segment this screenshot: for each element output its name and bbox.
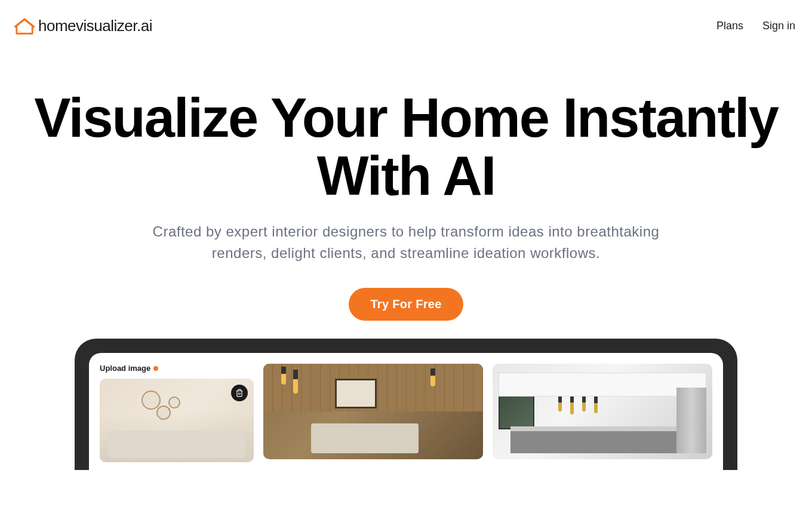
logo-text: homevisualizer.ai: [38, 17, 152, 35]
results-grid: [263, 364, 712, 470]
upload-label-text: Upload image: [100, 364, 150, 373]
brand-logo[interactable]: homevisualizer.ai: [14, 17, 152, 35]
decor-light: [281, 367, 286, 385]
decor-light: [430, 368, 435, 386]
decor-couch: [109, 431, 245, 457]
house-icon: [14, 17, 35, 35]
hero-section: Visualize Your Home Instantly With AI Cr…: [0, 35, 812, 470]
decor-light: [293, 370, 298, 394]
decor-light: [570, 397, 574, 414]
delete-upload-button[interactable]: [231, 385, 248, 401]
hero-title: Visualize Your Home Instantly With AI: [24, 89, 788, 204]
decor-island: [510, 426, 694, 453]
try-free-button[interactable]: Try For Free: [349, 288, 463, 321]
trash-icon: [235, 389, 244, 397]
upload-label-row: Upload image: [100, 364, 254, 373]
upload-panel: Upload image: [100, 364, 254, 470]
decor-light: [558, 397, 562, 411]
decor-light: [594, 397, 598, 413]
required-dot-icon: [153, 366, 158, 371]
decor-bed: [311, 423, 419, 453]
decor-mirror: [168, 397, 180, 408]
nav-plans[interactable]: Plans: [716, 20, 743, 32]
decor-fridge: [676, 388, 706, 453]
decor-artwork: [335, 379, 377, 408]
nav-signin[interactable]: Sign in: [762, 20, 795, 32]
uploaded-image-preview[interactable]: [100, 379, 254, 462]
decor-light: [582, 397, 586, 411]
result-image[interactable]: [493, 364, 712, 459]
app-preview-screen: Upload image: [89, 353, 723, 470]
device-mockup: Upload image: [75, 339, 737, 470]
hero-subtitle: Crafted by expert interior designers to …: [125, 221, 687, 264]
main-nav: Plans Sign in: [716, 20, 795, 32]
decor-mirror: [142, 391, 161, 410]
decor-cabinets: [499, 373, 706, 397]
result-image[interactable]: [263, 364, 483, 459]
site-header: homevisualizer.ai Plans Sign in: [0, 0, 812, 35]
